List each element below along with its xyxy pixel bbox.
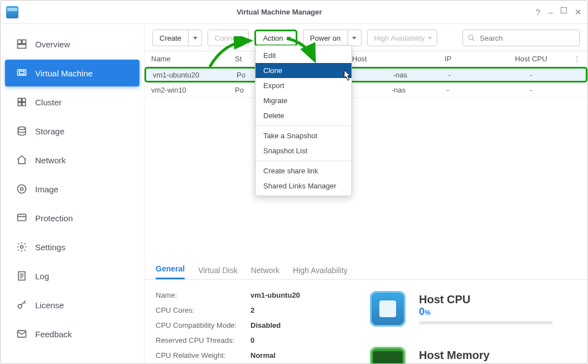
tab-ha[interactable]: High Availability [293,266,348,279]
prop-value: 0 [250,336,254,344]
svg-point-18 [18,304,22,308]
prop-key: Name: [156,291,250,299]
create-dropdown-caret[interactable] [189,30,202,46]
vm-table: Name St Host IP Host CPU ⋮ vm1-ubuntu20 … [144,51,587,98]
table-row[interactable]: vm1-ubuntu20 Po -nas - - [144,67,587,82]
help-icon[interactable]: ? [536,7,540,17]
col-ip[interactable]: IP [406,55,490,63]
network-icon [16,154,27,166]
prop-key: CPU Cores: [156,306,250,314]
tab-network[interactable]: Network [251,266,279,279]
create-button[interactable]: Create [152,30,189,46]
menu-separator [256,125,351,126]
sidebar-item-overview[interactable]: Overview [5,31,139,57]
col-host[interactable]: Host [352,55,406,63]
tab-general[interactable]: General [156,264,185,279]
key-icon [16,299,27,310]
menu-clone[interactable]: Clone [256,63,351,78]
gauge-title: Host CPU [419,293,553,306]
svg-rect-0 [18,40,22,44]
ha-button[interactable]: High Availability [367,30,438,46]
gauge-unit: % [425,309,431,317]
svg-rect-6 [22,98,26,101]
protection-icon [16,212,27,224]
storage-icon [16,125,27,137]
vm-icon [16,67,27,79]
menu-share-link[interactable]: Create share link [256,163,351,178]
sidebar-item-cluster[interactable]: Cluster [5,89,139,115]
vm-host: -nas [352,86,406,94]
sidebar-item-settings[interactable]: Settings [5,234,139,260]
cpu-icon [370,291,406,327]
svg-point-13 [21,246,23,249]
svg-rect-3 [18,70,26,75]
chevron-down-icon [287,37,291,40]
sidebar-item-storage[interactable]: Storage [5,118,139,144]
svg-rect-7 [18,103,21,106]
menu-delete[interactable]: Delete [256,108,351,123]
vm-cpu: - [492,71,570,79]
maximize-icon[interactable] [561,7,567,13]
poweron-button[interactable]: Power on [303,30,348,46]
log-icon [16,270,27,282]
action-button[interactable]: Action [254,30,297,46]
toolbar: Create Connect Action Power on High Avai… [144,24,587,51]
cluster-icon [16,96,27,108]
gauge-sep: / [430,362,438,363]
sidebar-item-network[interactable]: Network [5,147,139,173]
close-icon[interactable]: ✕ [575,7,582,17]
sidebar-item-feedback[interactable]: Feedback [5,321,139,347]
prop-value: vm1-ubuntu20 [250,291,300,299]
gear-icon [16,241,27,253]
sidebar-item-label: Settings [35,242,65,252]
sidebar-item-label: Cluster [35,98,62,107]
poweron-dropdown-caret[interactable] [348,30,362,46]
menu-export[interactable]: Export [256,78,351,93]
menu-snapshot-list[interactable]: Snapshot List [256,143,351,158]
sidebar-item-license[interactable]: License [5,292,139,318]
sidebar-item-label: Log [35,271,49,281]
svg-point-9 [18,127,25,130]
ha-label: High Availability [374,34,425,42]
table-row[interactable]: vm2-win10 Po -nas - - [144,82,587,98]
app-icon [6,6,18,18]
action-label: Action [263,34,283,42]
gauge-used: 0 [419,362,425,363]
vm-name: vm1-ubuntu20 [153,71,237,79]
detail-panel: General Virtual Disk Network High Availa… [144,264,587,363]
search-box[interactable] [462,30,580,46]
connect-button[interactable]: Connect [208,30,249,46]
sidebar-item-label: License [35,300,64,310]
gauge-host-memory: Host Memory 0B / 32GB [370,347,576,363]
sidebar-item-virtual-machine[interactable]: Virtual Machine [5,60,139,86]
gauge-host-cpu: Host CPU 0% [370,291,576,327]
table-header: Name St Host IP Host CPU ⋮ [144,51,587,67]
sidebar-item-log[interactable]: Log [5,263,139,289]
svg-rect-5 [18,98,21,101]
vm-name: vm2-win10 [151,86,235,94]
minimize-icon[interactable]: – [548,7,553,17]
vm-ip: - [406,86,490,94]
svg-rect-4 [20,71,24,74]
col-hostcpu[interactable]: Host CPU [490,55,572,63]
detail-tabs: General Virtual Disk Network High Availa… [144,264,587,280]
chevron-down-icon [428,37,432,40]
col-name[interactable]: Name [151,55,235,63]
vm-ip: - [407,71,492,79]
menu-edit[interactable]: Edit [256,48,351,63]
menu-take-snapshot[interactable]: Take a Snapshot [256,128,351,143]
prop-key: Reserved CPU Threads: [156,336,250,344]
svg-point-20 [469,35,473,40]
tab-virtual-disk[interactable]: Virtual Disk [198,266,238,279]
window-title: Virtual Machine Manager [23,8,536,16]
menu-shared-links-manager[interactable]: Shared Links Manager [256,178,351,193]
search-input[interactable] [479,33,575,43]
col-menu-icon[interactable]: ⋮ [572,55,581,63]
sidebar: Overview Virtual Machine Cluster Storage… [1,24,144,363]
menu-migrate[interactable]: Migrate [256,93,351,108]
svg-rect-2 [18,45,26,48]
vm-cpu: - [490,86,572,94]
sidebar-item-protection[interactable]: Protection [5,205,139,231]
sidebar-item-image[interactable]: Image [5,176,139,202]
detail-properties: Name:vm1-ubuntu20 CPU Cores:2 CPU Compat… [156,291,356,352]
